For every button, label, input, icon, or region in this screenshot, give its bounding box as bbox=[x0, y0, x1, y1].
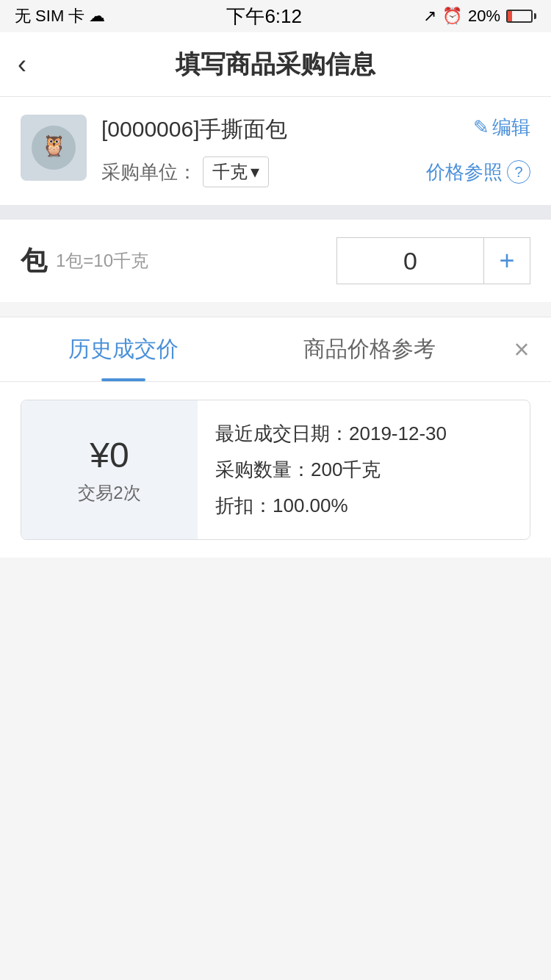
price-card: ¥0 交易2次 最近成交日期：2019-12-30 采购数量：200千克 折扣：… bbox=[21, 400, 530, 540]
tab-price-ref[interactable]: 商品价格参考 bbox=[246, 317, 492, 381]
sim-label: 无 SIM 卡 ☁ bbox=[15, 5, 105, 27]
price-ref-button[interactable]: 价格参照 ? bbox=[426, 159, 530, 185]
purchase-qty-value: 200千克 bbox=[311, 458, 381, 480]
product-section: 🦉 [0000006]手撕面包 ✎ 编辑 采购单位： 千克 ▾ 价格参照 ? bbox=[0, 97, 551, 205]
svg-text:🦉: 🦉 bbox=[41, 134, 67, 158]
purchase-qty-label: 采购数量： bbox=[215, 458, 311, 480]
edit-label: 编辑 bbox=[492, 115, 530, 140]
tab-bar: 历史成交价 商品价格参考 × bbox=[0, 317, 551, 382]
question-icon: ? bbox=[507, 160, 530, 184]
section-divider bbox=[0, 205, 551, 220]
quantity-input[interactable] bbox=[336, 237, 483, 284]
product-thumb-icon: 🦉 bbox=[28, 122, 79, 173]
edit-button[interactable]: ✎ 编辑 bbox=[473, 115, 530, 140]
product-thumbnail: 🦉 bbox=[21, 115, 87, 181]
battery-indicator bbox=[506, 10, 536, 23]
back-button[interactable]: ‹ bbox=[18, 49, 26, 80]
battery-percent: 20% bbox=[468, 7, 500, 26]
dropdown-arrow-icon: ▾ bbox=[251, 162, 259, 182]
quantity-label: 包 1包=10千克 bbox=[21, 243, 148, 279]
nav-bar: ‹ 填写商品采购信息 bbox=[0, 32, 551, 97]
discount-label: 折扣： bbox=[215, 494, 273, 516]
unit-value: 千克 bbox=[212, 160, 248, 184]
status-left: 无 SIM 卡 ☁ bbox=[15, 5, 105, 27]
location-icon: ↗ bbox=[423, 7, 436, 26]
price-value: 0 bbox=[109, 436, 129, 475]
unit-dropdown[interactable]: 千克 ▾ bbox=[203, 156, 269, 187]
product-top-row: [0000006]手撕面包 ✎ 编辑 bbox=[101, 115, 530, 145]
alarm-icon: ⏰ bbox=[442, 7, 462, 26]
status-right: ↗ ⏰ 20% bbox=[423, 7, 536, 26]
pkg-sub: 1包=10千克 bbox=[56, 249, 148, 273]
price-card-left: ¥0 交易2次 bbox=[21, 400, 198, 539]
tab-content: ¥0 交易2次 最近成交日期：2019-12-30 采购数量：200千克 折扣：… bbox=[0, 382, 551, 558]
price-card-right: 最近成交日期：2019-12-30 采购数量：200千克 折扣：100.00% bbox=[198, 400, 530, 539]
unit-label: 采购单位： bbox=[101, 159, 197, 185]
tab-price-ref-label: 商品价格参考 bbox=[303, 334, 436, 364]
tab-close-button[interactable]: × bbox=[492, 317, 551, 381]
pkg-label: 包 bbox=[21, 243, 47, 279]
status-bar: 无 SIM 卡 ☁ 下午6:12 ↗ ⏰ 20% bbox=[0, 0, 551, 32]
recent-date-value: 2019-12-30 bbox=[349, 422, 447, 444]
quantity-section: 包 1包=10千克 + bbox=[0, 220, 551, 302]
plus-button[interactable]: + bbox=[483, 237, 530, 284]
tab-history-price[interactable]: 历史成交价 bbox=[0, 317, 246, 381]
discount-value: 100.00% bbox=[273, 494, 348, 516]
quantity-controls: + bbox=[336, 237, 530, 284]
edit-icon: ✎ bbox=[473, 116, 489, 139]
price-display: ¥0 bbox=[90, 435, 129, 475]
price-ref-label: 价格参照 bbox=[426, 159, 503, 185]
currency-symbol: ¥ bbox=[90, 436, 109, 475]
product-unit-row: 采购单位： 千克 ▾ 价格参照 ? bbox=[101, 156, 530, 187]
tab-history-label: 历史成交价 bbox=[68, 334, 179, 364]
purchase-qty-line: 采购数量：200千克 bbox=[215, 457, 512, 483]
recent-date-line: 最近成交日期：2019-12-30 bbox=[215, 421, 512, 447]
unit-left: 采购单位： 千克 ▾ bbox=[101, 156, 269, 187]
main-content: 历史成交价 商品价格参考 × ¥0 交易2次 最近成交日期：2019-12-30 bbox=[0, 317, 551, 831]
discount-line: 折扣：100.00% bbox=[215, 493, 512, 519]
product-name: [0000006]手撕面包 bbox=[101, 115, 287, 145]
recent-date-label: 最近成交日期： bbox=[215, 422, 349, 444]
tx-count: 交易2次 bbox=[78, 481, 140, 505]
tab-section: 历史成交价 商品价格参考 × ¥0 交易2次 最近成交日期：2019-12-30 bbox=[0, 317, 551, 558]
status-time: 下午6:12 bbox=[226, 4, 302, 29]
product-info: [0000006]手撕面包 ✎ 编辑 采购单位： 千克 ▾ 价格参照 ? bbox=[101, 115, 530, 187]
page-title: 填写商品采购信息 bbox=[176, 48, 375, 82]
